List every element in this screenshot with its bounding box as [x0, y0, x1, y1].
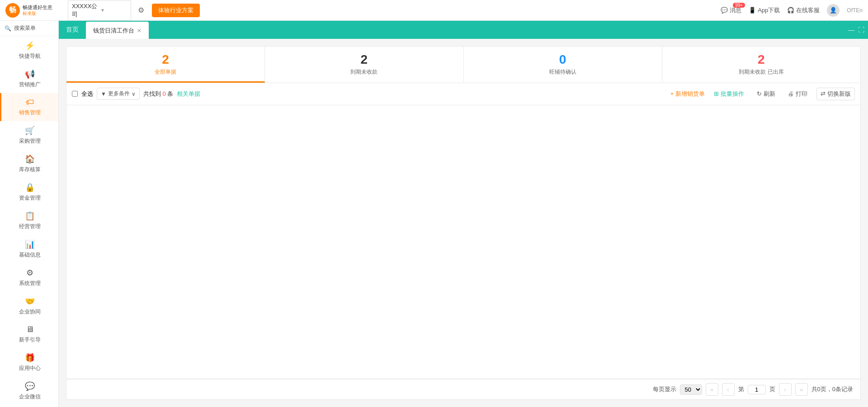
table-area: [66, 105, 861, 379]
stat-label-overdue: 到期未收款: [272, 68, 456, 76]
logo-text: 畅捷通好生意 标准版: [23, 4, 52, 16]
stat-label-wangwang: 旺辅待确认: [471, 68, 655, 76]
stat-card-overdue-out[interactable]: 2 到期未收款 已出库: [662, 47, 860, 83]
page-last-button[interactable]: »: [795, 383, 808, 396]
headset-icon: 🎧: [787, 7, 794, 14]
tab-active[interactable]: 钱货日清工作台 ✕: [86, 22, 149, 40]
tab-maximize-button[interactable]: ⛶: [858, 26, 864, 33]
sidebar-item-basic[interactable]: 📊 基础信息: [0, 235, 58, 263]
sidebar-item-sales[interactable]: 🏷 销售管理: [0, 93, 58, 121]
stat-num-all: 2: [74, 52, 257, 67]
wechat-icon: 💬: [25, 381, 35, 391]
refresh-button[interactable]: ↻ 刷新: [753, 88, 779, 100]
sidebar-item-finance[interactable]: 🔒 资金管理: [0, 178, 58, 206]
stat-num-overdue-out: 2: [670, 52, 853, 67]
avatar[interactable]: 👤: [827, 4, 840, 17]
top-bar: 畅 畅捷通好生意 标准版 XXXXX公司 ▼ ⚙ 体验行业方案 💬 消息 99+…: [0, 0, 868, 21]
app-logo: 畅 畅捷通好生意 标准版: [5, 3, 64, 18]
related-orders-link[interactable]: 相关单据: [177, 90, 200, 98]
page-number-input[interactable]: [748, 385, 766, 394]
app-download-button[interactable]: 📱 App下载: [749, 6, 780, 14]
toolbar-left: 全选 ▼ 更多条件 ∨ 共找到 0 条 相关单据: [72, 88, 200, 100]
stat-label-overdue-out: 到期未收款 已出库: [670, 68, 853, 76]
username-label: OfTEn: [847, 7, 863, 14]
toolbar-right: + 新增销货单 ⊞ 批量操作 ↻ 刷新 🖨 打印 ⇄: [670, 88, 855, 100]
toolbar: 全选 ▼ 更多条件 ∨ 共找到 0 条 相关单据 + 新增销货单: [66, 83, 861, 105]
chevron-down-icon: ∨: [132, 91, 136, 97]
sidebar-item-system[interactable]: ⚙ 系统管理: [0, 263, 58, 292]
operation-icon: 📋: [25, 211, 35, 221]
tab-actions: — ⛶: [848, 26, 868, 33]
switch-new-version-button[interactable]: ⇄ 切换新版: [816, 88, 855, 100]
mobile-icon: 📱: [749, 7, 756, 14]
company-selector[interactable]: XXXXX公司 ▼: [68, 0, 131, 21]
apps-icon: 🎁: [25, 353, 35, 363]
stat-num-wangwang: 0: [471, 52, 655, 67]
select-all-label: 全选: [81, 90, 93, 98]
sidebar-item-wechat[interactable]: 💬 企业微信: [0, 377, 58, 405]
search-icon: 🔍: [5, 25, 11, 32]
batch-icon: ⊞: [714, 90, 719, 97]
filter-button[interactable]: ▼ 更多条件 ∨: [97, 88, 140, 100]
shortcut-icon: ⚡: [25, 41, 35, 51]
sidebar: 🔍 搜索菜单 ⚡ 快捷导航 📢 营销推广 🏷 销售管理 🛒 采购管理 🏠 库存核…: [0, 21, 59, 407]
stat-card-all[interactable]: 2 全部单据: [66, 47, 265, 83]
basic-icon: 📊: [25, 239, 35, 249]
user-icon: 👤: [830, 7, 837, 14]
tab-home[interactable]: 首页: [59, 21, 86, 39]
filter-icon: ▼: [101, 91, 106, 97]
marketing-icon: 📢: [25, 69, 35, 79]
system-icon: ⚙: [26, 268, 33, 278]
switch-icon: ⇄: [821, 90, 826, 97]
search-menu-button[interactable]: 🔍 搜索菜单: [0, 21, 58, 36]
message-icon: 💬: [721, 7, 728, 14]
message-button[interactable]: 💬 消息 99+: [721, 6, 741, 14]
select-all-checkbox[interactable]: [72, 91, 78, 97]
found-text: 共找到 0 条: [143, 90, 173, 98]
stat-num-overdue: 2: [272, 52, 456, 67]
print-button[interactable]: 🖨 打印: [784, 88, 811, 100]
sidebar-item-apps[interactable]: 🎁 应用中心: [0, 348, 58, 377]
page-size-select[interactable]: 50: [680, 384, 702, 395]
try-industry-button[interactable]: 体验行业方案: [152, 4, 200, 17]
stat-label-all: 全部单据: [74, 68, 257, 76]
sidebar-item-purchase[interactable]: 🛒 采购管理: [0, 121, 58, 150]
new-sales-order-button[interactable]: + 新增销货单: [670, 90, 705, 98]
pagination-bar: 每页显示 50 « ‹ 第 页 › » 共0页，0条记录: [66, 379, 861, 400]
purchase-icon: 🛒: [25, 126, 35, 136]
page-first-button[interactable]: «: [706, 383, 718, 396]
print-icon: 🖨: [788, 90, 794, 97]
page-prev-button[interactable]: ‹: [722, 383, 735, 396]
sidebar-item-shortcut[interactable]: ⚡ 快捷导航: [0, 36, 58, 65]
tab-bar: 首页 钱货日清工作台 ✕ — ⛶: [59, 21, 868, 39]
stats-row: 2 全部单据 2 到期未收款 0 旺辅待确认 2 到期未收款 已出库: [66, 46, 861, 83]
tab-minimize-button[interactable]: —: [848, 26, 854, 33]
top-right-area: 💬 消息 99+ 📱 App下载 🎧 在线客服 👤 OfTEn: [721, 4, 863, 17]
sidebar-item-cooperation[interactable]: 🤝 企业协同: [0, 292, 58, 320]
online-service-button[interactable]: 🎧 在线客服: [787, 6, 820, 14]
batch-operation-button[interactable]: ⊞ 批量操作: [710, 88, 748, 100]
content-area: 首页 钱货日清工作台 ✕ — ⛶ 2 全部单据 2 到期未收款: [59, 21, 868, 407]
page-content: 2 全部单据 2 到期未收款 0 旺辅待确认 2 到期未收款 已出库: [59, 39, 868, 407]
sidebar-item-inventory[interactable]: 🏠 库存核算: [0, 150, 58, 178]
refresh-icon: ↻: [757, 90, 762, 97]
cooperation-icon: 🤝: [25, 296, 35, 306]
sidebar-item-operation[interactable]: 📋 经营管理: [0, 206, 58, 235]
guide-icon: 🖥: [26, 325, 34, 334]
logo-icon: 畅: [5, 3, 20, 18]
settings-button[interactable]: ⚙: [134, 3, 148, 18]
message-badge: 99+: [733, 3, 745, 8]
app-body: 🔍 搜索菜单 ⚡ 快捷导航 📢 营销推广 🏷 销售管理 🛒 采购管理 🏠 库存核…: [0, 21, 868, 407]
stat-card-wangwang[interactable]: 0 旺辅待确认: [464, 47, 662, 83]
stat-card-overdue[interactable]: 2 到期未收款: [265, 47, 463, 83]
tab-close-button[interactable]: ✕: [137, 28, 142, 34]
sidebar-item-guide[interactable]: 🖥 新手引导: [0, 320, 58, 348]
page-next-button[interactable]: ›: [779, 383, 792, 396]
sidebar-item-member[interactable]: 👑 畅会员: [0, 405, 58, 407]
sales-icon: 🏷: [26, 98, 34, 107]
inventory-icon: 🏠: [25, 154, 35, 164]
chevron-down-icon: ▼: [100, 8, 127, 13]
finance-icon: 🔒: [25, 182, 35, 192]
found-count: 0: [163, 90, 166, 97]
sidebar-item-marketing[interactable]: 📢 营销推广: [0, 65, 58, 93]
